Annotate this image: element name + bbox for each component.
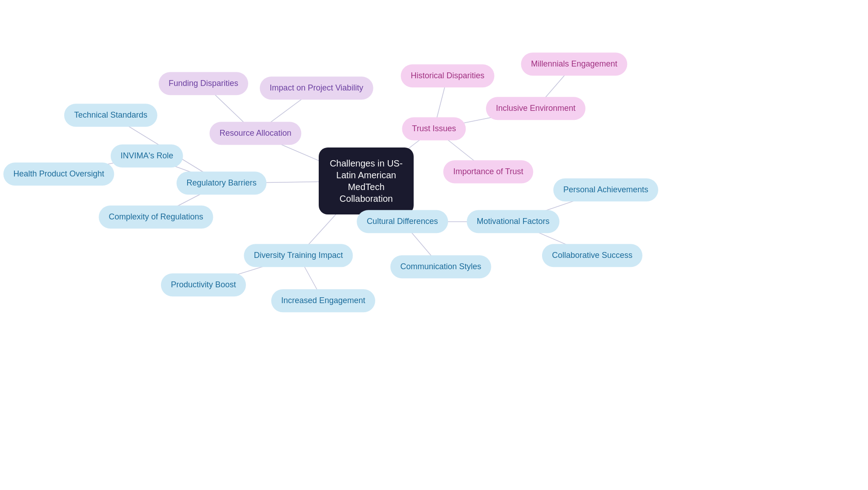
node-personal-achievements: Personal Achievements xyxy=(553,178,658,201)
node-productivity-boost: Productivity Boost xyxy=(161,273,246,296)
node-resource-allocation: Resource Allocation xyxy=(209,122,301,145)
node-communication-styles: Communication Styles xyxy=(390,255,491,278)
node-increased-engagement: Increased Engagement xyxy=(271,289,375,312)
mindmap-container: Challenges in US-Latin American MedTech … xyxy=(0,0,868,490)
node-diversity-training: Diversity Training Impact xyxy=(244,244,353,267)
node-cultural-differences: Cultural Differences xyxy=(357,210,448,233)
node-importance-trust: Importance of Trust xyxy=(443,160,533,183)
node-motivational-factors: Motivational Factors xyxy=(467,210,559,233)
node-regulatory-barriers: Regulatory Barriers xyxy=(176,171,266,195)
node-invima-role: INVIMA's Role xyxy=(111,144,183,167)
node-historical-disparities: Historical Disparities xyxy=(401,64,494,87)
node-funding-disparities: Funding Disparities xyxy=(159,72,248,95)
center-node: Challenges in US-Latin American MedTech … xyxy=(319,147,414,214)
node-trust-issues: Trust Issues xyxy=(402,117,466,140)
node-inclusive-environment: Inclusive Environment xyxy=(486,97,585,120)
node-health-product-oversight: Health Product Oversight xyxy=(3,162,114,186)
node-impact-project-viability: Impact on Project Viability xyxy=(260,76,373,100)
node-complexity-regulations: Complexity of Regulations xyxy=(99,205,213,228)
node-technical-standards: Technical Standards xyxy=(64,104,157,127)
node-millennials-engagement: Millennials Engagement xyxy=(521,52,627,76)
node-collaborative-success: Collaborative Success xyxy=(542,244,642,267)
